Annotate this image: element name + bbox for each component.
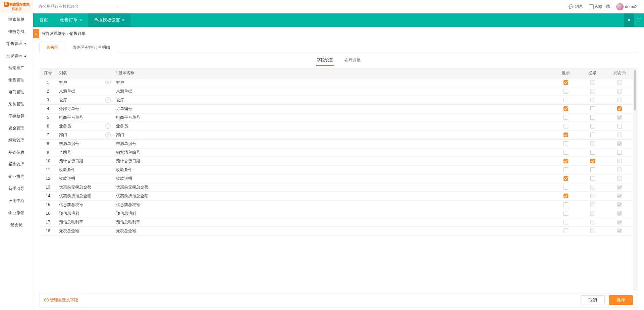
checkbox[interactable] [564,150,568,155]
chat-icon: 💬 [569,4,574,9]
sidebar-item[interactable]: 应用中心 [0,195,33,207]
cell-display-name[interactable]: 预计交货日期 [113,157,552,165]
checkbox[interactable] [564,98,568,102]
checkbox[interactable] [590,150,595,155]
sidebar-item[interactable]: 新手引导 [0,183,33,195]
checkbox[interactable] [564,89,568,94]
sidebar-item[interactable]: 采购管理 [0,98,33,110]
checkbox[interactable] [590,133,595,137]
cell-display-name[interactable]: 优惠前无税总金额 [113,183,552,192]
tab-sales-order[interactable]: 销售订单× [54,13,88,27]
plus-icon[interactable]: + [105,123,111,129]
checkbox[interactable] [564,106,568,111]
checkbox[interactable] [590,124,595,128]
checkbox[interactable] [564,159,568,163]
checkbox[interactable] [564,167,568,172]
field-name: 收款说明 [59,176,75,181]
sidebar-item[interactable]: 快捷导航 [0,25,33,38]
close-icon[interactable]: × [122,18,124,22]
sidebar-item[interactable]: 企业微信 [0,207,33,219]
plus-icon[interactable]: + [105,97,111,103]
tab-header-area[interactable]: 表头区 [39,42,65,53]
tab-template-settings[interactable]: 单据模板设置× [88,13,130,27]
checkbox[interactable] [617,150,622,155]
field-name: 优惠前折扣总金额 [59,194,91,198]
cell-display-name[interactable]: 销货清单编号 [113,148,552,157]
checkbox[interactable] [590,176,595,181]
checkbox[interactable] [564,211,568,216]
sidebar-item[interactable]: 畅会员 [0,219,33,231]
checkbox[interactable] [590,115,595,120]
checkbox[interactable] [564,133,568,137]
checkbox [617,115,622,120]
cell-display-name[interactable]: 优惠前折扣总金额 [113,192,552,200]
checkbox[interactable] [564,194,568,198]
cell-display-name[interactable]: 收款条件 [113,165,552,174]
scrollbar[interactable] [633,68,638,291]
checkbox[interactable] [617,106,622,111]
close-icon[interactable]: × [79,18,82,22]
cell-display-name[interactable]: 电商平台单号 [113,113,552,122]
cell-display-name[interactable]: 部门 [113,131,552,139]
sidebar-item[interactable]: 营销推广 [0,62,33,74]
cell-name: 无税总金额 [56,226,113,235]
sidebar-item[interactable]: 电商管理 [0,86,33,98]
cancel-button[interactable]: 取消 [581,295,605,305]
checkbox[interactable] [564,124,568,128]
sidebar-item[interactable]: 零售管理▼ [0,38,33,50]
sidebar-item[interactable]: 搜索菜单 [0,13,33,25]
sidebar-item[interactable]: 基础信息 [0,146,33,158]
fullscreen-button[interactable]: ⛶ [634,13,644,27]
cell-display-name[interactable]: 订单编号 [113,104,552,113]
cell-display-name[interactable]: 客户 [113,78,552,87]
help-icon[interactable]: ? [622,71,626,75]
scroll-thumb[interactable] [634,70,636,110]
cell-display-name[interactable]: 仓库 [113,96,552,104]
sidebar-item[interactable]: 资金管理 [0,122,33,134]
cell-show [552,113,579,122]
app-download-button[interactable]: App下载 [589,4,610,9]
user-menu[interactable]: demo2 [616,3,637,10]
sidebar-item[interactable]: 批发管理▲ [0,50,33,62]
checkbox[interactable] [564,202,568,207]
checkbox[interactable] [590,159,595,163]
cell-ro [606,226,633,235]
sidebar-item[interactable]: 销售管理 [0,74,33,86]
checkbox[interactable] [564,141,568,146]
cell-display-name[interactable]: 预估总毛利 [113,209,552,218]
save-button[interactable]: 保存 [609,295,633,305]
cell-display-name[interactable]: 预估总毛利率 [113,218,552,226]
banner-collapse-button[interactable]: » [33,29,39,38]
cell-display-name[interactable]: 无税总金额 [113,226,552,235]
subtab-layout[interactable]: 布局调整 [344,55,361,66]
sidebar-item[interactable]: 经营管理 [0,134,33,146]
checkbox[interactable] [564,228,568,233]
checkbox[interactable] [564,80,568,85]
checkbox[interactable] [590,167,595,172]
plus-icon[interactable]: + [105,80,111,85]
checkbox[interactable] [564,185,568,190]
table-row: 10预计交货日期预计交货日期 [40,157,633,165]
cell-display-name[interactable]: 业务员 [113,122,552,131]
checkbox[interactable] [590,106,595,111]
subtab-field-settings[interactable]: 字段设置 [316,55,334,66]
checkbox[interactable] [617,124,622,128]
sidebar-item[interactable]: 企业协同 [0,170,33,183]
cell-display-name[interactable]: 收款说明 [113,174,552,183]
tab-home[interactable]: 首页 [33,13,54,27]
checkbox[interactable] [564,220,568,224]
messages-button[interactable]: 💬消息 [569,4,583,9]
tab-body-area[interactable]: 表体区-销售订单明细 [65,42,117,53]
sidebar-item[interactable]: 系统管理 [0,158,33,170]
tab-close-button[interactable]: ✕ [624,13,634,27]
manage-custom-fields-link[interactable]: 管理自定义字段 [44,297,78,303]
checkbox[interactable] [564,115,568,120]
plus-icon[interactable]: + [105,132,111,138]
sidebar-item[interactable]: 库存核算 [0,110,33,122]
cell-display-name[interactable]: 来源单据号 [113,139,552,148]
checkbox[interactable] [564,176,568,181]
cell-display-name[interactable]: 来源单据 [113,87,552,96]
account-selector[interactable]: 办公用品行业模拟账套 ﹀ [39,4,119,9]
cell-ro [606,192,633,200]
cell-display-name[interactable]: 优惠前总税额 [113,200,552,209]
